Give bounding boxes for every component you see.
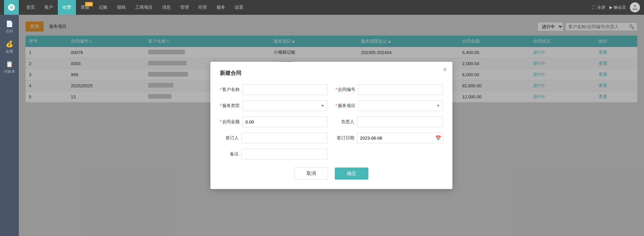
- sign-date-input[interactable]: [357, 133, 443, 143]
- customer-name-input[interactable]: [242, 84, 327, 95]
- member-button[interactable]: ▶ 畅会员: [609, 5, 626, 10]
- form-row-2: *服务类型 ▼ *服务项目 ▼: [220, 100, 443, 111]
- app-logo: [4, 0, 19, 15]
- contract-no-label: *合同编号: [335, 87, 355, 93]
- modal-close-button[interactable]: ✕: [443, 66, 447, 73]
- form-row-4: 签订人 签订日期 📅: [220, 133, 443, 143]
- form-group-remark: 备注: [220, 149, 327, 159]
- nav-management[interactable]: 管理: [175, 0, 194, 15]
- form-group-amount: *合同金额: [220, 116, 327, 127]
- service-type-select[interactable]: [242, 100, 327, 111]
- form-group-service-item: *服务项目 ▼: [335, 100, 443, 111]
- sign-date-label: 签订日期: [335, 135, 354, 141]
- service-item-select[interactable]: [358, 100, 443, 111]
- signatory-input[interactable]: [241, 133, 327, 143]
- nav-home[interactable]: 首页: [22, 0, 40, 15]
- remark-label: 备注: [220, 151, 239, 157]
- sign-date-wrapper: 📅: [357, 133, 443, 143]
- signatory-label: 签订人: [220, 135, 239, 141]
- form-row-1: *客户名称 *合同编号: [220, 84, 443, 95]
- nav-bookkeeping[interactable]: 记账: [94, 0, 112, 15]
- fullscreen-icon: ⛶: [592, 5, 596, 10]
- contract-no-input[interactable]: [358, 84, 443, 95]
- nav-settings[interactable]: 设置: [230, 0, 248, 15]
- sidebar-item-statement[interactable]: 📋 对账单: [0, 58, 19, 77]
- modal-footer: 取消 确定: [220, 168, 443, 180]
- form-group-sign-date: 签订日期 📅: [335, 133, 443, 143]
- statement-icon: 📋: [6, 60, 13, 68]
- responsible-label: 负责人: [335, 119, 354, 125]
- modal-title: 新建合同: [220, 70, 443, 77]
- contract-icon: 📄: [6, 20, 13, 28]
- fullscreen-button[interactable]: ⛶ 全屏: [592, 5, 605, 10]
- service-item-select-wrapper: ▼: [358, 100, 443, 111]
- nav-message[interactable]: 消息: [157, 0, 175, 15]
- sidebar-item-contract[interactable]: 📄 合同: [0, 17, 19, 36]
- form-row-3: *合同金额 负责人: [220, 116, 443, 127]
- confirm-button[interactable]: 确定: [335, 168, 368, 180]
- new-badge: new: [85, 2, 93, 6]
- top-nav: 首页 客户 收费 票据 new 记账 报税 工商项目 消息 管理 经营 服务 设…: [0, 0, 644, 15]
- nav-invoice[interactable]: 票据 new: [76, 0, 94, 15]
- nav-customer[interactable]: 客户: [40, 0, 58, 15]
- service-type-select-wrapper: ▼: [242, 100, 327, 111]
- form-group-contract-no: *合同编号: [335, 84, 443, 95]
- billing-icon: 💰: [6, 40, 13, 48]
- nav-operation[interactable]: 经营: [194, 0, 212, 15]
- avatar[interactable]: [630, 2, 640, 12]
- nav-right: ⛶ 全屏 ▶ 畅会员: [592, 2, 640, 12]
- nav-billing[interactable]: 收费: [58, 0, 76, 15]
- responsible-input[interactable]: [357, 116, 443, 127]
- new-contract-modal: 新建合同 ✕ *客户名称 *合同编号: [210, 62, 452, 189]
- main-layout: 📄 合同 💰 收费 📋 对账单 新增 服务项目 进行中 已完成 已终止: [0, 15, 644, 236]
- modal-overlay: 新建合同 ✕ *客户名称 *合同编号: [19, 15, 644, 236]
- contract-amount-input[interactable]: [242, 116, 327, 127]
- form-row-5: 备注: [220, 149, 443, 159]
- main-content: 新增 服务项目 进行中 已完成 已终止 🔍 序号: [19, 15, 644, 236]
- contract-amount-label: *合同金额: [220, 119, 240, 125]
- cancel-button[interactable]: 取消: [294, 168, 328, 180]
- nav-service[interactable]: 服务: [212, 0, 230, 15]
- customer-name-label: *客户名称: [220, 87, 240, 93]
- form-group-signatory: 签订人: [220, 133, 327, 143]
- form-group-responsible: 负责人: [335, 116, 443, 127]
- nav-business[interactable]: 工商项目: [130, 0, 157, 15]
- service-item-label: *服务项目: [335, 103, 355, 109]
- form-group-service-type: *服务类型 ▼: [220, 100, 327, 111]
- nav-tax[interactable]: 报税: [112, 0, 130, 15]
- remark-input[interactable]: [241, 149, 327, 159]
- sidebar-item-billing[interactable]: 💰 收费: [0, 38, 19, 56]
- service-type-label: *服务类型: [220, 103, 240, 109]
- sidebar: 📄 合同 💰 收费 📋 对账单: [0, 15, 19, 236]
- form-group-customer: *客户名称: [220, 84, 327, 95]
- member-icon: ▶: [609, 5, 612, 10]
